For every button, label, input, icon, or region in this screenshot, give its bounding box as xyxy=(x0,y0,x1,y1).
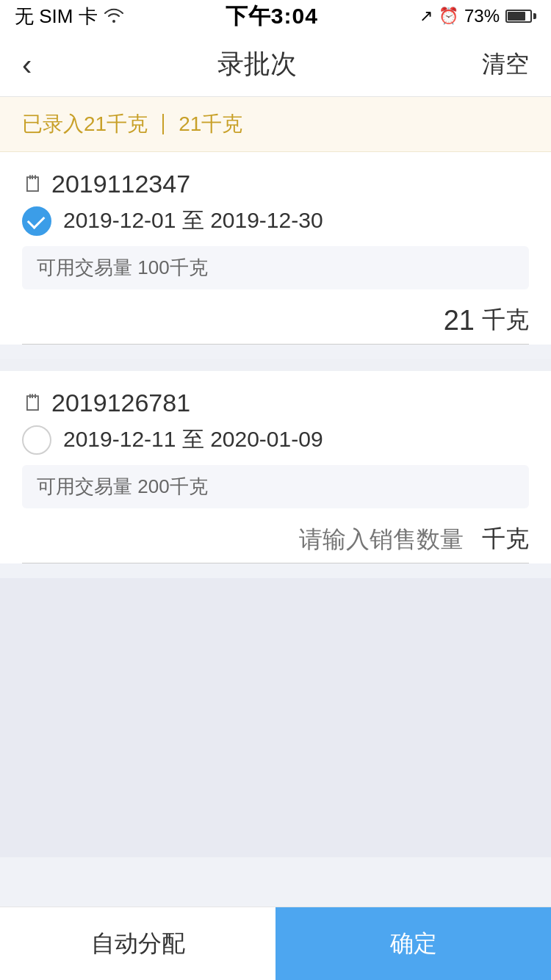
nav-bar: ‹ 录批次 清空 xyxy=(0,32,551,97)
batch-doc-icon-2: 🗒 xyxy=(22,391,44,416)
battery-percent: 73% xyxy=(464,6,500,26)
confirm-button[interactable]: 确定 xyxy=(276,907,551,980)
qty-input-2[interactable] xyxy=(22,526,475,553)
auto-distribute-button[interactable]: 自动分配 xyxy=(0,907,276,980)
batch-header-1: 🗒 2019112347 xyxy=(22,170,529,198)
status-right: ↗ ⏰ 73% xyxy=(419,6,536,26)
batch-item-1: 🗒 2019112347 2019-12-01 至 2019-12-30 可用交… xyxy=(0,152,551,289)
input-underline-2 xyxy=(22,563,529,563)
batch-avail-2: 可用交易量 200千克 xyxy=(22,465,529,508)
clear-button[interactable]: 清空 xyxy=(482,48,529,81)
location-icon: ↗ xyxy=(419,7,433,26)
batch-card-1: 🗒 2019112347 2019-12-01 至 2019-12-30 可用交… xyxy=(0,152,551,345)
batch-row-2: 2019-12-11 至 2020-01-09 xyxy=(22,425,529,455)
wifi-icon xyxy=(104,5,124,28)
info-divider xyxy=(162,114,164,134)
card-separator-1 xyxy=(0,359,551,371)
batch-id-2: 2019126781 xyxy=(51,389,190,417)
batch-date-1: 2019-12-01 至 2019-12-30 xyxy=(63,206,323,236)
bottom-bar: 自动分配 确定 xyxy=(0,907,551,980)
batch-date-2: 2019-12-11 至 2020-01-09 xyxy=(63,425,323,455)
battery-icon xyxy=(505,10,536,23)
input-unit-2: 千克 xyxy=(482,523,529,555)
batch-radio-1[interactable] xyxy=(22,206,51,236)
status-time: 下午3:04 xyxy=(226,1,318,32)
page-title: 录批次 xyxy=(217,46,297,82)
batch-radio-2[interactable] xyxy=(22,425,51,455)
back-button[interactable]: ‹ xyxy=(22,50,32,79)
alarm-icon: ⏰ xyxy=(439,7,458,26)
status-bar: 无 SIM 卡 下午3:04 ↗ ⏰ 73% xyxy=(0,0,551,32)
empty-area xyxy=(0,578,551,857)
batch-card-2: 🗒 2019126781 2019-12-11 至 2020-01-09 可用交… xyxy=(0,371,551,563)
input-row-2: 千克 xyxy=(0,508,551,555)
qty-underline-1 xyxy=(22,344,529,345)
status-left: 无 SIM 卡 xyxy=(15,4,124,29)
batch-row-1: 2019-12-01 至 2019-12-30 xyxy=(22,206,529,236)
qty-row-1: 21 千克 xyxy=(0,289,551,336)
info-value: 21千克 xyxy=(179,110,242,138)
batch-id-1: 2019112347 xyxy=(51,170,190,198)
carrier-text: 无 SIM 卡 xyxy=(15,4,98,29)
info-banner: 已录入21千克 21千克 xyxy=(0,97,551,152)
batch-doc-icon-1: 🗒 xyxy=(22,172,44,197)
batch-avail-1: 可用交易量 100千克 xyxy=(22,246,529,289)
batch-header-2: 🗒 2019126781 xyxy=(22,389,529,417)
qty-unit-1: 千克 xyxy=(482,304,529,336)
batch-item-2: 🗒 2019126781 2019-12-11 至 2020-01-09 可用交… xyxy=(0,371,551,508)
info-label: 已录入21千克 xyxy=(22,110,148,138)
qty-value-1: 21 xyxy=(444,305,475,336)
